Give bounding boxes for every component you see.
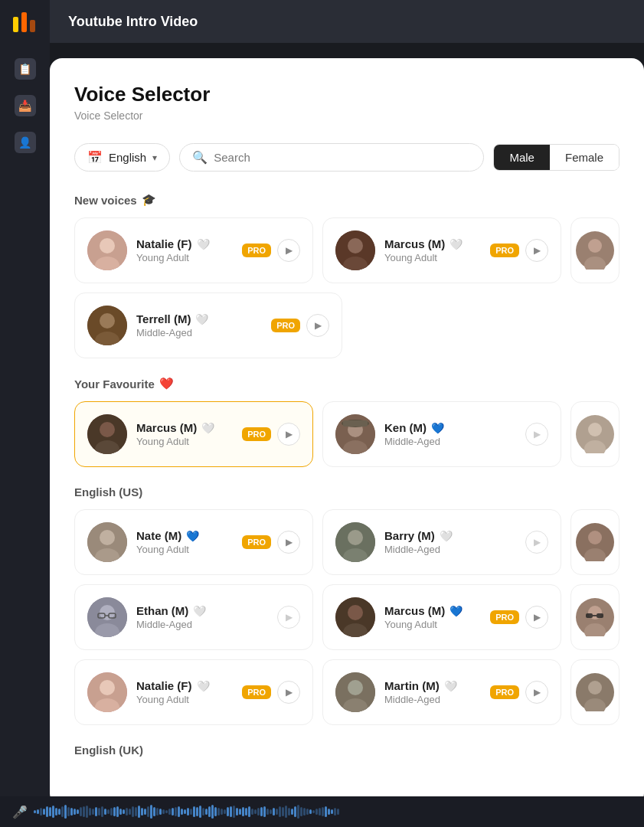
voice-actions: PRO ▶	[242, 239, 300, 262]
partial-voice-card[interactable]	[570, 217, 619, 283]
voice-actions: PRO ▶	[242, 423, 300, 446]
gender-female-button[interactable]: Female	[550, 145, 619, 170]
voice-card-natalie-f[interactable]: Natalie (F) 🤍 Young Adult PRO ▶	[74, 217, 313, 283]
partial-voice-card-5[interactable]	[570, 659, 619, 725]
heart-icon[interactable]: 🤍	[197, 680, 210, 692]
language-selector[interactable]: 📅 English ▾	[74, 143, 170, 172]
voice-name-row: Ken (M) 💙	[384, 421, 516, 434]
sidebar-icon-user[interactable]: 👤	[15, 132, 36, 153]
pro-badge: PRO	[490, 244, 519, 257]
avatar	[87, 306, 127, 345]
svg-rect-22	[343, 420, 368, 427]
avatar	[87, 597, 127, 637]
voice-info: Nate (M) 💙 Young Adult	[136, 529, 233, 555]
mic-icon: 🎤	[12, 805, 28, 819]
play-button[interactable]: ▶	[525, 531, 548, 554]
heart-icon[interactable]: 🤍	[440, 530, 453, 542]
section-title-english-uk: English (UK)	[74, 744, 619, 757]
partial-voice-card-3[interactable]	[570, 509, 619, 575]
heart-icon[interactable]: 💙	[449, 605, 463, 617]
app-logo	[11, 9, 39, 37]
voice-age: Young Adult	[136, 694, 233, 705]
play-button[interactable]: ▶	[525, 423, 548, 446]
play-button[interactable]: ▶	[525, 681, 548, 704]
svg-point-7	[348, 238, 363, 253]
voice-card-barry-m[interactable]: Barry (M) 🤍 Middle-Aged ▶	[322, 509, 561, 575]
avatar	[335, 414, 375, 454]
avatar	[335, 230, 375, 270]
play-button[interactable]: ▶	[525, 239, 548, 262]
voice-info: Terrell (M) 🤍 Middle-Aged	[136, 312, 262, 338]
svg-point-10	[588, 239, 602, 253]
section-new-voices: New voices 🎓 Natalie (F)	[74, 193, 619, 358]
sidebar-icon-import[interactable]: 📥	[15, 95, 36, 116]
play-button[interactable]: ▶	[277, 423, 300, 446]
voice-age: Middle-Aged	[384, 436, 516, 447]
voice-info: Natalie (F) 🤍 Young Adult	[136, 679, 233, 705]
calendar-icon: 📅	[87, 150, 103, 165]
voice-age: Young Adult	[136, 252, 233, 263]
heart-icon[interactable]: 🤍	[193, 605, 206, 617]
heart-icon[interactable]: 🤍	[444, 680, 457, 692]
play-button[interactable]: ▶	[306, 314, 329, 337]
voice-info: Martin (M) 🤍 Middle-Aged	[384, 679, 481, 705]
avatar	[87, 522, 127, 562]
play-button[interactable]: ▶	[525, 606, 548, 629]
partial-voice-card-2[interactable]	[570, 401, 619, 467]
heart-icon[interactable]: 🤍	[201, 422, 214, 434]
voice-info: Marcus (M) 🤍 Young Adult	[384, 237, 481, 263]
pro-badge: PRO	[490, 685, 519, 699]
search-input[interactable]	[214, 151, 471, 164]
section-english-uk: English (UK)	[74, 744, 619, 757]
voice-info: Ken (M) 💙 Middle-Aged	[384, 421, 516, 447]
play-button[interactable]: ▶	[277, 239, 300, 262]
voice-card-marcus-m-1[interactable]: Marcus (M) 🤍 Young Adult PRO ▶	[322, 217, 561, 283]
play-button[interactable]: ▶	[277, 606, 300, 629]
section-title-new-voices: New voices 🎓	[74, 193, 619, 207]
voice-card-marcus-us[interactable]: Marcus (M) 💙 Young Adult PRO ▶	[322, 584, 561, 650]
heart-icon[interactable]: 🤍	[449, 238, 463, 250]
voice-actions: ▶	[525, 423, 548, 446]
play-button[interactable]: ▶	[277, 531, 300, 554]
avatar	[87, 672, 127, 712]
chevron-down-icon: ▾	[152, 152, 157, 163]
pro-badge: PRO	[242, 427, 271, 441]
voice-card-ethan-m[interactable]: Ethan (M) 🤍 Middle-Aged ▶	[74, 584, 313, 650]
gender-male-button[interactable]: Male	[494, 145, 550, 170]
heart-icon[interactable]: 🤍	[197, 238, 210, 250]
play-button[interactable]: ▶	[277, 681, 300, 704]
voice-info: Ethan (M) 🤍 Middle-Aged	[136, 604, 268, 630]
heart-icon[interactable]: 💙	[431, 422, 444, 434]
voice-age: Young Adult	[384, 252, 481, 263]
svg-point-57	[588, 681, 602, 695]
voice-card-nate-m[interactable]: Nate (M) 💙 Young Adult PRO ▶	[74, 509, 313, 575]
pro-badge: PRO	[242, 244, 271, 257]
voice-actions: PRO ▶	[490, 239, 548, 262]
voice-name-row: Marcus (M) 🤍	[384, 237, 481, 250]
pro-badge: PRO	[242, 535, 271, 549]
voice-name-row: Martin (M) 🤍	[384, 679, 481, 692]
voice-card-martin-m[interactable]: Martin (M) 🤍 Middle-Aged PRO ▶	[322, 659, 561, 725]
svg-rect-2	[30, 20, 35, 32]
sidebar-icon-transcript[interactable]: 📋	[15, 58, 36, 80]
avatar	[335, 672, 375, 712]
voice-name: Barry (M)	[384, 529, 435, 542]
svg-rect-48	[597, 613, 603, 618]
header-bar: Youtube Intro Video	[50, 0, 644, 43]
voice-actions: PRO ▶	[490, 606, 548, 629]
modal-overlay: Voice Selector Voice Selector 📅 English …	[50, 43, 644, 796]
heart-icon[interactable]: 💙	[186, 530, 199, 542]
voice-card-terrell-m[interactable]: Terrell (M) 🤍 Middle-Aged PRO ▶	[74, 293, 342, 358]
voice-card-marcus-fav[interactable]: Marcus (M) 🤍 Young Adult PRO ▶	[74, 401, 313, 467]
svg-point-24	[588, 423, 602, 436]
heart-icon[interactable]: 🤍	[195, 313, 208, 325]
waveform: // Generate waveform bars inline const w…	[34, 802, 632, 821]
voice-card-ken-m[interactable]: Ken (M) 💙 Middle-Aged ▶	[322, 401, 561, 467]
voice-name-row: Natalie (F) 🤍	[136, 679, 233, 692]
voice-age: Middle-Aged	[384, 544, 516, 555]
svg-rect-1	[21, 12, 27, 32]
voice-name: Marcus (M)	[136, 421, 197, 434]
voice-card-natalie-us[interactable]: Natalie (F) 🤍 Young Adult PRO ▶	[74, 659, 313, 725]
voice-age: Middle-Aged	[136, 619, 268, 630]
partial-voice-card-4[interactable]	[570, 584, 619, 650]
